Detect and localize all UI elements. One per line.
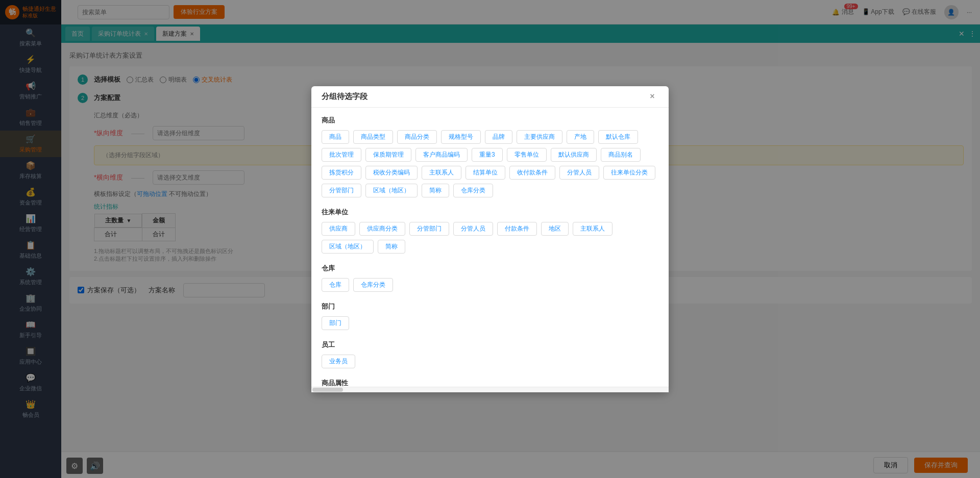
field-tag-零售单位[interactable]: 零售单位 [507, 148, 547, 162]
field-tag-仓库分类[interactable]: 仓库分类 [353, 278, 393, 292]
field-grid-product: 商品商品类型商品分类规格型号品牌主要供应商产地默认仓库批次管理保质期管理客户商品… [322, 130, 658, 197]
modal-title: 分组待选字段 [322, 92, 368, 102]
field-tag-分管部门[interactable]: 分管部门 [409, 222, 449, 236]
modal-dialog: 分组待选字段 × 商品商品商品类型商品分类规格型号品牌主要供应商产地默认仓库批次… [311, 86, 669, 392]
field-tag-分管人员[interactable]: 分管人员 [559, 166, 599, 180]
field-tag-保质期管理[interactable]: 保质期管理 [365, 148, 411, 162]
field-tag-简称[interactable]: 简称 [422, 184, 449, 197]
field-tag-仓库分类[interactable]: 仓库分类 [453, 184, 493, 197]
field-tag-产地[interactable]: 产地 [567, 130, 594, 144]
field-tag-默认供应商[interactable]: 默认供应商 [551, 148, 597, 162]
field-tag-分管部门[interactable]: 分管部门 [322, 184, 361, 197]
field-grid-department: 部门 [322, 316, 658, 330]
field-section-warehouse: 仓库仓库仓库分类 [322, 264, 658, 292]
field-tag-默认仓库[interactable]: 默认仓库 [598, 130, 638, 144]
field-tag-往来单位分类[interactable]: 往来单位分类 [603, 166, 655, 180]
field-section-employee: 员工业务员 [322, 340, 658, 368]
field-tag-主要供应商[interactable]: 主要供应商 [517, 130, 562, 144]
field-grid-partner: 供应商供应商分类分管部门分管人员付款条件地区主联系人区域（地区）简称 [322, 222, 658, 254]
section-title-product: 商品 [322, 116, 658, 125]
modal-close-button[interactable]: × [646, 90, 658, 103]
section-title-product-attr: 商品属性 [322, 379, 658, 387]
field-tag-付款条件[interactable]: 付款条件 [497, 222, 537, 236]
field-tag-收付款条件[interactable]: 收付款条件 [509, 166, 555, 180]
field-tag-业务员[interactable]: 业务员 [322, 355, 355, 368]
modal-header: 分组待选字段 × [311, 86, 669, 108]
field-tag-重量3[interactable]: 重量3 [472, 148, 503, 162]
field-tag-主联系人[interactable]: 主联系人 [573, 222, 612, 236]
field-tag-分管人员[interactable]: 分管人员 [453, 222, 493, 236]
field-tag-商品分类[interactable]: 商品分类 [397, 130, 437, 144]
field-tag-商品类型[interactable]: 商品类型 [353, 130, 393, 144]
modal-body[interactable]: 商品商品商品类型商品分类规格型号品牌主要供应商产地默认仓库批次管理保质期管理客户… [311, 108, 669, 387]
field-tag-供应商[interactable]: 供应商 [322, 222, 355, 236]
field-tag-区域（地区）[interactable]: 区域（地区） [322, 240, 374, 254]
field-tag-仓库[interactable]: 仓库 [322, 278, 349, 292]
hscroll-thumb[interactable] [312, 388, 343, 392]
field-tag-客户商品编码[interactable]: 客户商品编码 [415, 148, 468, 162]
section-title-partner: 往来单位 [322, 208, 658, 217]
field-tag-主联系人[interactable]: 主联系人 [422, 166, 461, 180]
field-tag-拣货积分[interactable]: 拣货积分 [322, 166, 361, 180]
field-tag-品牌[interactable]: 品牌 [485, 130, 512, 144]
field-tag-地区[interactable]: 地区 [541, 222, 569, 236]
field-tag-区域（地区）[interactable]: 区域（地区） [365, 184, 418, 197]
modal-horizontal-scrollbar[interactable] [311, 387, 669, 392]
field-tag-供应商分类[interactable]: 供应商分类 [359, 222, 405, 236]
field-section-department: 部门部门 [322, 302, 658, 330]
section-title-department: 部门 [322, 302, 658, 311]
field-tag-规格型号[interactable]: 规格型号 [441, 130, 481, 144]
field-tag-结算单位[interactable]: 结算单位 [465, 166, 505, 180]
field-tag-商品别名[interactable]: 商品别名 [601, 148, 641, 162]
field-tag-税收分类编码[interactable]: 税收分类编码 [365, 166, 418, 180]
field-section-product-attr: 商品属性属性颜色多规格尺码鞋码1 [322, 379, 658, 387]
field-section-product: 商品商品商品类型商品分类规格型号品牌主要供应商产地默认仓库批次管理保质期管理客户… [322, 116, 658, 197]
field-grid-employee: 业务员 [322, 355, 658, 368]
section-title-warehouse: 仓库 [322, 264, 658, 273]
section-title-employee: 员工 [322, 340, 658, 349]
field-tag-简称[interactable]: 简称 [378, 240, 405, 254]
field-tag-批次管理[interactable]: 批次管理 [322, 148, 361, 162]
field-tag-商品[interactable]: 商品 [322, 130, 349, 144]
field-grid-warehouse: 仓库仓库分类 [322, 278, 658, 292]
field-section-partner: 往来单位供应商供应商分类分管部门分管人员付款条件地区主联系人区域（地区）简称 [322, 208, 658, 254]
modal-overlay: 分组待选字段 × 商品商品商品类型商品分类规格型号品牌主要供应商产地默认仓库批次… [0, 0, 980, 478]
field-tag-部门[interactable]: 部门 [322, 316, 349, 330]
